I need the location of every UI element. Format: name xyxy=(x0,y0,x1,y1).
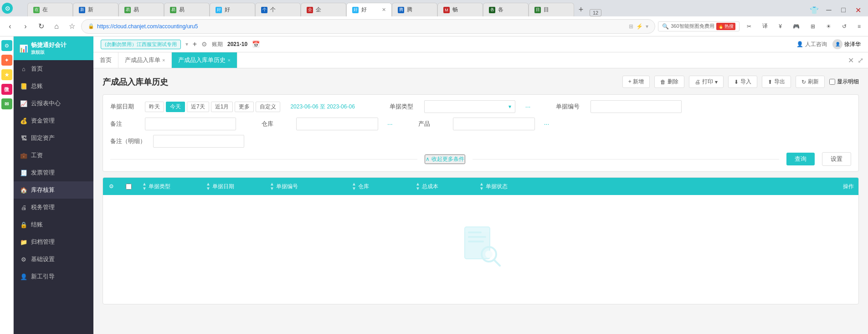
nav-item-asset[interactable]: 🏗 固定资产 xyxy=(14,129,93,147)
tab-9[interactable]: 腾 腾 xyxy=(392,3,437,16)
tab-4[interactable]: 易 易 xyxy=(164,3,210,16)
nav-item-inventory[interactable]: 🏠 库存核算 xyxy=(14,181,93,199)
breadcrumb-history[interactable]: 产成品入库单历史 × xyxy=(172,52,237,68)
refresh-btn[interactable]: ↻ 刷新 xyxy=(796,76,825,88)
tab-6[interactable]: 个 个 xyxy=(255,3,301,16)
date-btn-7days[interactable]: 近7天 xyxy=(187,102,209,112)
search-bar[interactable]: 🔍 360智能抠图免费用 🔥 热搜 xyxy=(658,21,740,31)
th-status[interactable]: ▲▼ 单据状态 xyxy=(475,182,539,191)
note-detail-input[interactable] xyxy=(153,135,244,148)
nav-item-archive[interactable]: 📁 归档管理 xyxy=(14,233,93,251)
th-checkbox[interactable] xyxy=(119,184,138,190)
nav-item-settings[interactable]: ⚙ 基础设置 xyxy=(14,251,93,268)
tab-1[interactable]: 在 在 xyxy=(27,3,73,16)
tab-8-close[interactable]: ✕ xyxy=(382,7,386,13)
yen-btn[interactable]: ¥ xyxy=(775,21,786,31)
print-btn[interactable]: 🖨 打印 ▾ xyxy=(689,76,724,88)
grid-btn[interactable]: ⊞ xyxy=(807,21,819,31)
back-button[interactable]: ‹ xyxy=(4,20,16,33)
date-btn-yesterday[interactable]: 昨天 xyxy=(145,102,164,112)
date-btn-1month[interactable]: 近1月 xyxy=(211,102,233,112)
voucher-no-input[interactable] xyxy=(591,100,682,113)
product-select[interactable] xyxy=(453,118,535,130)
browser-logo[interactable]: ⊙ xyxy=(2,3,13,14)
add-account-btn[interactable]: + xyxy=(193,40,197,48)
account-dropdown-icon[interactable]: ▾ xyxy=(185,41,188,47)
app-icon-orange[interactable]: ✦ xyxy=(1,55,12,66)
user-service-btn[interactable]: 👤 人工咨询 xyxy=(796,41,827,48)
th-no[interactable]: ▲▼ 单据编号 xyxy=(265,182,347,191)
show-detail-checkbox[interactable] xyxy=(829,79,835,85)
app-icon-email[interactable]: ✉ xyxy=(1,98,12,109)
window-close-btn[interactable]: ✕ xyxy=(852,4,864,16)
th-voucher-type[interactable]: ▲▼ 单据类型 xyxy=(138,182,201,191)
delete-btn[interactable]: 🗑 删除 xyxy=(654,76,684,88)
date-btn-more[interactable]: 更多 xyxy=(235,102,254,112)
scissors-btn[interactable]: ✂ xyxy=(743,21,755,31)
new-btn[interactable]: + 新增 xyxy=(622,76,650,88)
game-btn[interactable]: 🎮 xyxy=(789,21,803,31)
tab-12[interactable]: 目 目 xyxy=(529,3,574,16)
tab-10[interactable]: M 畅 xyxy=(437,3,483,16)
note-input[interactable] xyxy=(145,118,236,130)
th-warehouse[interactable]: ▲▼ 仓库 xyxy=(347,182,411,191)
app-icon-main[interactable]: ⊙ xyxy=(1,40,12,51)
select-all-checkbox[interactable] xyxy=(126,184,132,190)
tab-2[interactable]: 新 新 xyxy=(73,3,118,16)
breadcrumb-list-close[interactable]: × xyxy=(162,57,165,63)
lightning-icon[interactable]: ⚡ xyxy=(636,23,643,30)
settings-btn-top[interactable]: ⚙ xyxy=(201,41,207,48)
filter-settings-btn[interactable]: 设置 xyxy=(822,152,851,166)
th-date[interactable]: ▲▼ 单据日期 xyxy=(201,182,265,191)
nav-item-report[interactable]: 📈 云报表中心 xyxy=(14,95,93,112)
search-btn[interactable]: 查询 xyxy=(786,153,815,165)
warehouse-select[interactable] xyxy=(296,118,378,130)
forward-button[interactable]: › xyxy=(19,20,32,33)
calendar-btn[interactable]: 📅 xyxy=(252,41,260,48)
nav-item-home[interactable]: ⌂ 首页 xyxy=(14,60,93,77)
date-btn-today[interactable]: 今天 xyxy=(166,102,185,112)
app-icon-weibo[interactable]: 微 xyxy=(1,84,12,95)
nav-item-salary[interactable]: 💼 工资 xyxy=(14,147,93,164)
window-minimize-btn[interactable]: ─ xyxy=(822,4,835,16)
account-badge[interactable]: (勿删勿禁用）江西服宝测试专用 xyxy=(101,40,181,49)
window-shirt-btn[interactable]: 👕 xyxy=(808,4,821,16)
product-ellipsis[interactable]: ··· xyxy=(544,120,550,128)
breadcrumb-home[interactable]: 首页 xyxy=(93,52,118,68)
tab-3[interactable]: 易 易 xyxy=(118,3,164,16)
nav-item-guide[interactable]: 👤 新工引导 xyxy=(14,268,93,285)
export-btn[interactable]: ⬆ 导出 xyxy=(762,76,791,88)
date-btn-custom[interactable]: 自定义 xyxy=(256,102,280,112)
tab-7[interactable]: 企 企 xyxy=(301,3,346,16)
tab-11[interactable]: 各 各 xyxy=(483,3,529,16)
home-button[interactable]: ⌂ xyxy=(50,20,63,33)
user-profile[interactable]: 👤 徐泽华 xyxy=(832,39,861,49)
theme-btn[interactable]: ☀ xyxy=(822,21,835,31)
th-cost[interactable]: ▲▼ 总成本 xyxy=(411,182,475,191)
panel-expand-btn[interactable]: ⤢ xyxy=(858,56,863,65)
undo-btn[interactable]: ↺ xyxy=(838,21,850,31)
warehouse-ellipsis[interactable]: ··· xyxy=(387,120,393,128)
more-btn[interactable]: ≡ xyxy=(854,21,864,31)
nav-item-invoice[interactable]: 🧾 发票管理 xyxy=(14,164,93,181)
breadcrumb-list[interactable]: 产成品入库单 × xyxy=(118,52,172,68)
dropdown-icon[interactable]: ▾ xyxy=(646,23,648,30)
bookmark-button[interactable]: ☆ xyxy=(66,20,78,33)
nav-item-tax[interactable]: 🖨 税务管理 xyxy=(14,199,93,216)
window-maximize-btn[interactable]: □ xyxy=(837,4,850,16)
refresh-button[interactable]: ↻ xyxy=(35,20,47,33)
nav-item-close-account[interactable]: 🔒 结账 xyxy=(14,216,93,233)
menu-icon[interactable]: ⊞ xyxy=(629,23,633,30)
collapse-btn[interactable]: ∧ 收起更多条件 xyxy=(425,154,465,164)
import-btn[interactable]: ⬇ 导入 xyxy=(728,76,757,88)
new-tab-button[interactable]: + xyxy=(574,3,588,16)
app-icon-star[interactable]: ★ xyxy=(1,69,12,80)
voucher-type-ellipsis[interactable]: ··· xyxy=(525,103,531,110)
url-bar[interactable]: 🔒 https://cloud.chanjet.com/accounting/u… xyxy=(81,19,655,34)
th-gear[interactable]: ⚙ xyxy=(103,183,119,190)
nav-item-finance[interactable]: 💰 资金管理 xyxy=(14,112,93,129)
tab-5[interactable]: 好 好 xyxy=(210,3,255,16)
breadcrumb-history-close[interactable]: × xyxy=(227,57,230,63)
tab-8[interactable]: 好 好 ✕ xyxy=(346,3,392,16)
panel-close-btn[interactable]: ✕ xyxy=(848,56,854,65)
